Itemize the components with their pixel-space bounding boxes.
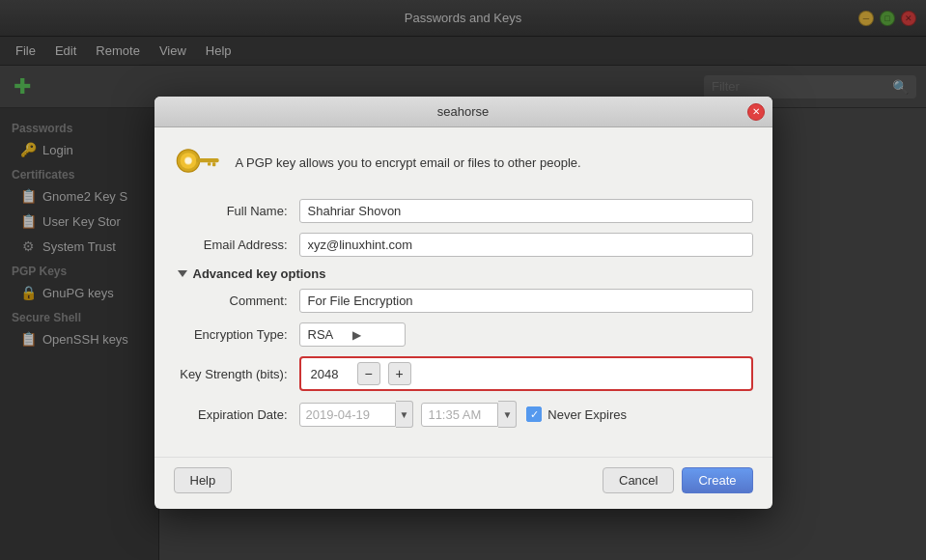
email-row: Email Address: [174, 233, 753, 257]
exp-date-input[interactable] [299, 403, 396, 427]
create-button[interactable]: Create [682, 467, 752, 493]
enc-type-value: RSA [308, 327, 334, 342]
help-button[interactable]: Help [174, 467, 233, 493]
seahorse-dialog: seahorse ✕ A PGP k [154, 97, 772, 509]
key-strength-box: 2048 − + [299, 356, 753, 391]
svg-rect-5 [208, 162, 210, 165]
advanced-toggle[interactable]: Advanced key options [174, 266, 753, 281]
key-strength-plus-button[interactable]: + [388, 362, 411, 385]
comment-row: Comment: [174, 289, 753, 313]
never-expires-container: ✓ Never Expires [526, 406, 627, 422]
dialog-footer: Help Cancel Create [154, 457, 772, 509]
cancel-button[interactable]: Cancel [603, 467, 674, 493]
comment-input[interactable] [299, 289, 753, 313]
dialog-title-bar: seahorse ✕ [154, 97, 772, 127]
never-expires-checkbox[interactable]: ✓ [526, 406, 542, 422]
key-strength-value: 2048 [311, 367, 350, 381]
email-input[interactable] [299, 233, 753, 257]
exp-date-label: Expiration Date: [174, 407, 299, 422]
enc-type-row: Encryption Type: RSA ▶ [174, 322, 753, 347]
exp-time-dropdown[interactable]: ▼ [498, 401, 517, 428]
overlay: seahorse ✕ A PGP k [0, 0, 926, 560]
full-name-row: Full Name: [174, 199, 753, 223]
dialog-description: A PGP key allows you to encrypt email or… [236, 154, 581, 173]
key-strength-minus-button[interactable]: − [357, 362, 380, 385]
key-strength-row: Key Strength (bits): 2048 − + [174, 356, 753, 391]
dialog-header: A PGP key allows you to encrypt email or… [174, 143, 753, 183]
triangle-down-icon [178, 270, 187, 277]
key-strength-label: Key Strength (bits): [174, 367, 299, 381]
svg-rect-4 [212, 162, 215, 166]
svg-rect-3 [196, 158, 218, 162]
dialog-body: A PGP key allows you to encrypt email or… [154, 127, 772, 453]
advanced-label: Advanced key options [193, 266, 326, 281]
exp-date-row: Expiration Date: ▼ ▼ ✓ Never Expires [174, 401, 753, 428]
exp-date-dropdown[interactable]: ▼ [396, 401, 414, 428]
footer-right: Cancel Create [603, 467, 753, 493]
full-name-input[interactable] [299, 199, 753, 223]
email-label: Email Address: [174, 238, 299, 252]
enc-type-select[interactable]: RSA ▶ [299, 322, 406, 347]
never-expires-label: Never Expires [547, 407, 627, 422]
enc-type-arrow-icon: ▶ [352, 328, 361, 342]
svg-point-6 [184, 157, 191, 164]
enc-type-label: Encryption Type: [174, 327, 299, 342]
exp-time-input[interactable] [421, 403, 498, 427]
dialog-close-button[interactable]: ✕ [747, 103, 765, 121]
comment-label: Comment: [174, 294, 299, 308]
key-icon [174, 143, 222, 183]
full-name-label: Full Name: [174, 204, 299, 218]
dialog-title: seahorse [437, 104, 489, 119]
